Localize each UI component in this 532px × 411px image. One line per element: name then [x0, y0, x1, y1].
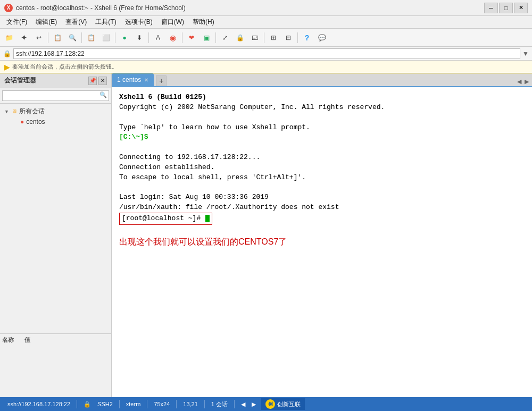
props-header: 名称 值 — [2, 336, 109, 344]
term-xauth-text: /usr/bin/xauth: file /root/.Xauthority d… — [119, 203, 339, 211]
tab-centos[interactable]: 1 centos ✕ — [112, 73, 154, 86]
status-sep4 — [176, 400, 177, 408]
sidebar-controls: 📌 ✕ — [88, 77, 107, 85]
toolbar-multi-exec[interactable]: ⊞ — [267, 31, 280, 45]
sidebar: 会话管理器 📌 ✕ 🔍 ▼ 🖥 所有会话 ● centos 名 — [0, 73, 112, 397]
status-nav-left[interactable]: ◀ — [238, 401, 248, 408]
term-prompt1: [C:\~]$ — [119, 132, 525, 142]
sidebar-properties: 名称 值 — [0, 333, 111, 397]
status-sep5 — [204, 400, 205, 408]
toolbar-disconnect[interactable]: 📋 — [51, 31, 64, 45]
title-bar: X centos - root@localhost:~ - Xshell 6 (… — [0, 0, 532, 16]
tab-close-icon[interactable]: ✕ — [144, 77, 148, 83]
sidebar-search-input[interactable] — [2, 90, 109, 101]
toolbar-font[interactable]: A — [151, 31, 165, 45]
menu-bar: 文件(F) 编辑(E) 查看(V) 工具(T) 选项卡(B) 窗口(W) 帮助(… — [0, 16, 532, 29]
toolbar-fullscreen[interactable]: ⤢ — [218, 31, 232, 45]
status-protocol: SSH2 — [94, 401, 116, 407]
menu-help[interactable]: 帮助(H) — [188, 16, 219, 28]
status-sep1 — [77, 400, 77, 408]
logo-text: 创新互联 — [277, 400, 301, 408]
menu-tools[interactable]: 工具(T) — [91, 16, 120, 28]
toolbar-btn5[interactable]: ⬜ — [99, 31, 113, 45]
addr-dropdown-icon[interactable]: ▼ — [522, 50, 529, 57]
term-prompt2-line: [root@localhost ~]# — [119, 213, 525, 225]
toolbar-sep2 — [81, 32, 82, 43]
sidebar-search: 🔍 — [0, 88, 111, 104]
toolbar-screenshot[interactable]: 🔒 — [233, 31, 247, 45]
toolbar-sep3 — [115, 32, 115, 43]
toolbar: 📁 ✦ ↩ 📋 🔍 📋 ⬜ ● ⬇ A ◉ ❤ ▣ ⤢ 🔒 🖃 ⊞ ⊟ ? 💬 — [0, 29, 532, 47]
menu-edit[interactable]: 编辑(E) — [31, 16, 61, 28]
menu-view[interactable]: 查看(V) — [61, 16, 91, 28]
tab-prev-icon[interactable]: ◀ — [516, 77, 522, 86]
toolbar-color[interactable]: ◉ — [166, 31, 180, 45]
status-logo: 创 创新互联 — [261, 398, 305, 410]
term-help-text: Type `help' to learn how to use Xshell p… — [119, 123, 310, 131]
term-blank2 — [119, 142, 525, 153]
term-connecting-text: Connecting to 192.168.17.128:22... — [119, 153, 260, 161]
toolbar-help[interactable]: ? — [300, 31, 314, 45]
status-sep3 — [147, 400, 147, 408]
term-line-xauth: /usr/bin/xauth: file /root/.Xauthority d… — [119, 203, 525, 213]
status-sep2 — [119, 400, 120, 408]
minimize-button[interactable]: ─ — [484, 3, 498, 13]
term-line-escape: To escape to local shell, press 'Ctrl+Al… — [119, 173, 525, 183]
sidebar-pin-button[interactable]: 📌 — [88, 77, 97, 85]
term-cursor — [205, 215, 210, 222]
toolbar-sep5 — [182, 32, 182, 43]
maximize-button[interactable]: □ — [499, 3, 513, 13]
toolbar-reconnect[interactable]: 🔍 — [65, 31, 79, 45]
status-nav-right[interactable]: ▶ — [248, 401, 259, 408]
term-line-connecting: Connecting to 192.168.17.128:22... — [119, 153, 525, 163]
tree-label-all: 所有会话 — [19, 107, 45, 116]
toolbar-sftp2[interactable]: ⊟ — [281, 31, 295, 45]
content-area: 1 centos ✕ + ◀ ▶ Xshell 6 (Build 0125) C… — [112, 73, 532, 397]
tab-add-button[interactable]: + — [156, 76, 167, 86]
tree-item-centos[interactable]: ● centos — [2, 117, 109, 127]
toolbar-btn3[interactable]: ↩ — [32, 31, 46, 45]
tree-item-all-sessions[interactable]: ▼ 🖥 所有会话 — [2, 106, 109, 117]
lock-icon: 🔒 — [3, 50, 11, 57]
status-icon: 🔒 — [80, 401, 94, 408]
status-size: 75x24 — [151, 401, 173, 407]
terminal[interactable]: Xshell 6 (Build 0125) Copyright (c) 2002… — [112, 87, 532, 397]
address-input[interactable] — [13, 48, 520, 59]
toolbar-transfer[interactable]: ● — [118, 31, 131, 45]
sidebar-tree: ▼ 🖥 所有会话 ● centos — [0, 104, 111, 333]
toolbar-compose[interactable]: 📋 — [84, 31, 98, 45]
toolbar-lock[interactable]: 🖃 — [248, 31, 262, 45]
toolbar-sftp[interactable]: ⬇ — [132, 31, 146, 45]
tab-next-icon[interactable]: ▶ — [523, 77, 530, 86]
toolbar-open[interactable]: ✦ — [17, 31, 31, 45]
term-prompt2: [root@localhost ~]# — [119, 213, 212, 225]
toolbar-xftp[interactable]: ❤ — [185, 31, 198, 45]
status-term: xterm — [123, 401, 144, 407]
sidebar-close-button[interactable]: ✕ — [98, 77, 107, 85]
menu-tabs[interactable]: 选项卡(B) — [121, 16, 157, 28]
close-button[interactable]: ✕ — [514, 3, 528, 13]
status-sessions: 1 会话 — [208, 400, 231, 408]
tree-label-centos: centos — [26, 118, 45, 125]
toolbar-sep1 — [48, 32, 48, 43]
toolbar-feedback[interactable]: 💬 — [315, 31, 329, 45]
toolbar-sep4 — [148, 32, 149, 43]
term-copyright-text: Copyright (c) 2002 NetSarang Computer, I… — [119, 103, 385, 111]
folder-icon: 🖥 — [12, 108, 17, 114]
toolbar-sep8 — [297, 32, 298, 43]
sidebar-title: 会话管理器 — [4, 76, 36, 85]
menu-window[interactable]: 窗口(W) — [157, 16, 188, 28]
warning-text: 要添加当前会话，点击左侧的箭头按钮。 — [12, 63, 118, 71]
warning-bar: ▶ 要添加当前会话，点击左侧的箭头按钮。 — [0, 61, 532, 73]
term-line-title: Xshell 6 (Build 0125) — [119, 93, 525, 103]
logo-icon: 创 — [265, 399, 275, 409]
window-controls: ─ □ ✕ — [484, 3, 528, 13]
toolbar-xshell[interactable]: ▣ — [200, 31, 213, 45]
status-position: 13,21 — [180, 401, 201, 407]
status-sep6 — [234, 400, 235, 408]
menu-file[interactable]: 文件(F) — [2, 16, 31, 28]
tab-nav-right: ◀ ▶ — [516, 77, 532, 86]
toolbar-new-session[interactable]: 📁 — [2, 31, 16, 45]
props-value-col: 值 — [24, 336, 30, 344]
term-established-text: Connection established. — [119, 163, 214, 171]
